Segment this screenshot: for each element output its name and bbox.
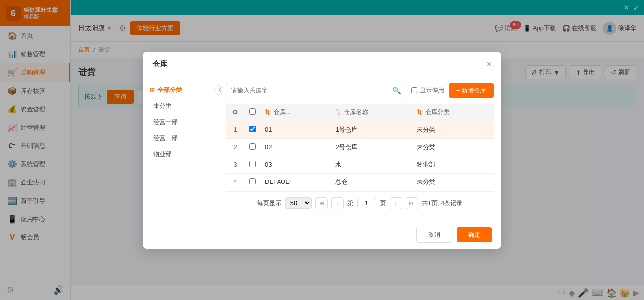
modal-overlay: 仓库 × ⊞ 全部分类 《 未分类 经营一部 经营二部 物业部: [0, 0, 644, 300]
modal-sidebar: ⊞ 全部分类 《 未分类 经营一部 经营二部 物业部: [143, 77, 218, 221]
cell-num: 1: [226, 121, 245, 138]
cell-name: 水: [330, 156, 412, 173]
modal-header: 仓库 ×: [143, 52, 501, 77]
warehouse-modal: 仓库 × ⊞ 全部分类 《 未分类 经营一部 经营二部 物业部: [143, 52, 501, 249]
cell-checkbox[interactable]: [245, 156, 260, 173]
page-prev-btn[interactable]: ‹: [331, 197, 344, 209]
modal-sidebar-item-property[interactable]: 物业部: [143, 146, 218, 162]
cell-category: 未分类: [412, 121, 494, 138]
add-warehouse-btn[interactable]: + 新增仓库: [449, 83, 494, 98]
warehouse-table: ⚙ ⇅ 仓库... ⇅: [226, 104, 494, 191]
sort-icon-code: ⇅: [265, 108, 270, 116]
modal-footer: 取消 确定: [143, 221, 501, 249]
modal-search-row: 🔍 显示停用 + 新增仓库: [226, 83, 494, 98]
modal-sidebar-item-unclassified[interactable]: 未分类: [143, 98, 218, 114]
modal-content-area: 🔍 显示停用 + 新增仓库 ⚙: [218, 77, 501, 221]
cell-code: 02: [260, 138, 330, 156]
sort-icon-name: ⇅: [335, 108, 340, 116]
warehouse-table-scroll: ⚙ ⇅ 仓库... ⇅: [226, 104, 494, 191]
sidebar-collapse-btn[interactable]: 《: [214, 85, 223, 95]
search-icon[interactable]: 🔍: [392, 86, 401, 95]
page-number-input[interactable]: [357, 198, 376, 208]
page-last-btn[interactable]: ⏭: [406, 197, 418, 209]
search-input-wrap: 🔍: [226, 83, 406, 98]
cell-num: 3: [226, 156, 245, 173]
show-disabled-checkbox[interactable]: [411, 87, 417, 93]
cell-code: 01: [260, 121, 330, 138]
modal-sidebar-item-dept2[interactable]: 经营二部: [143, 130, 218, 146]
table-row[interactable]: 4 DEFAULT 总仓 未分类: [226, 173, 494, 191]
cell-checkbox[interactable]: [245, 138, 260, 156]
table-row[interactable]: 3 03 水 物业部: [226, 156, 494, 173]
page-next-btn[interactable]: ›: [390, 197, 402, 209]
cell-name: 总仓: [330, 173, 412, 191]
per-page-select[interactable]: 50 20 100: [285, 197, 312, 209]
cell-name: 1号仓库: [330, 121, 412, 138]
col-header-category: ⇅ 仓库分类: [412, 104, 494, 121]
cell-category: 未分类: [412, 138, 494, 156]
table-row[interactable]: 2 02 2号仓库 未分类: [226, 138, 494, 156]
cell-checkbox[interactable]: [245, 121, 260, 138]
modal-pagination: 每页显示 50 20 100 ⏮ ‹ 第 页 › ⏭ 共1页, 4条记录: [226, 191, 494, 215]
select-all-checkbox[interactable]: [249, 108, 256, 115]
table-row[interactable]: 1 01 1号仓库 未分类: [226, 121, 494, 138]
cell-num: 4: [226, 173, 245, 191]
col-header-name: ⇅ 仓库名称: [330, 104, 412, 121]
search-input[interactable]: [231, 87, 390, 94]
cell-name: 2号仓库: [330, 138, 412, 156]
confirm-btn[interactable]: 确定: [457, 227, 492, 242]
grid-icon: ⊞: [149, 86, 155, 93]
sort-icon-category: ⇅: [417, 108, 422, 116]
modal-body: ⊞ 全部分类 《 未分类 经营一部 经营二部 物业部 🔍: [143, 77, 501, 221]
modal-close-btn[interactable]: ×: [487, 59, 492, 69]
cancel-btn[interactable]: 取消: [416, 227, 452, 243]
modal-title: 仓库: [152, 59, 167, 69]
cell-code: 03: [260, 156, 330, 173]
modal-sidebar-item-dept1[interactable]: 经营一部: [143, 114, 218, 130]
col-header-num: ⚙: [226, 104, 245, 121]
show-disabled-label[interactable]: 显示停用: [411, 86, 444, 95]
page-first-btn[interactable]: ⏮: [315, 197, 328, 209]
cell-category: 物业部: [412, 156, 494, 173]
col-header-checkbox: [245, 104, 260, 121]
gear-table-icon[interactable]: ⚙: [232, 108, 238, 116]
cell-checkbox[interactable]: [245, 173, 260, 191]
cell-category: 未分类: [412, 173, 494, 191]
cell-code: DEFAULT: [260, 173, 330, 191]
col-header-code: ⇅ 仓库...: [260, 104, 330, 121]
modal-sidebar-all-category[interactable]: ⊞ 全部分类 《: [143, 82, 218, 98]
cell-num: 2: [226, 138, 245, 156]
